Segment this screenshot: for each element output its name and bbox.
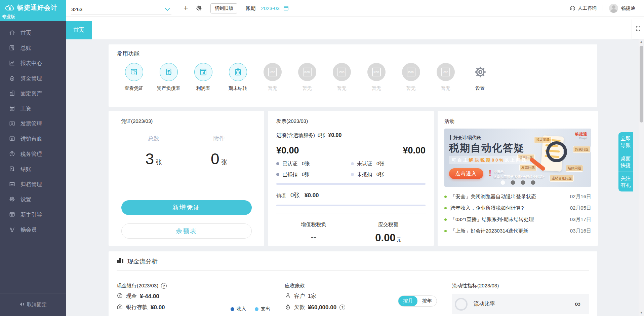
banner-cta-button[interactable]: 点击进入 — [449, 168, 483, 179]
output-progress-bar — [276, 205, 426, 206]
carousel-dot[interactable] — [511, 180, 515, 185]
account-select[interactable]: 3263 — [71, 2, 171, 14]
scroll-up-icon[interactable]: ▲ — [640, 39, 643, 45]
scrollbar-thumb[interactable] — [640, 46, 643, 122]
qf-period-carryover[interactable]: 期末结转 — [220, 63, 255, 92]
tab-strip: 首页 — [66, 17, 644, 39]
sidebar-item-home[interactable]: 首页 — [0, 26, 66, 41]
scroll-down-icon[interactable]: ▼ — [640, 310, 643, 316]
input-invoice-label: 进项(含运输服务) — [276, 132, 315, 139]
qf-view-voucher[interactable]: 查看凭证 — [117, 63, 151, 92]
current-ratio-value: ∞ — [575, 299, 580, 309]
bullet-deducted: 已抵扣0张 — [276, 171, 351, 178]
sidebar-item-report-center[interactable]: 报表中心 — [0, 56, 66, 71]
archive-box-icon — [9, 181, 15, 189]
avatar — [609, 4, 618, 13]
qf-label: 暂无 — [372, 85, 381, 92]
user-menu[interactable]: 畅捷通 — [609, 4, 635, 13]
import-accounts-button[interactable]: 立即导账 — [618, 132, 633, 152]
scrollbar[interactable]: ▲ ▼ — [639, 39, 644, 316]
add-account-button[interactable]: + — [184, 4, 188, 12]
cash-row: 现金 ¥-44.00 — [117, 292, 167, 300]
period-value[interactable]: 2023-03 — [261, 5, 280, 11]
help-icon[interactable]: ? — [339, 305, 345, 310]
closing-book-icon — [9, 166, 15, 174]
ledger-icon — [9, 44, 15, 52]
user-name: 畅捷通 — [621, 5, 635, 11]
add-voucher-button[interactable]: 新增凭证 — [121, 200, 252, 215]
sidebar-item-fixed-assets[interactable]: 固定资产 — [0, 86, 66, 101]
voucher-attachment-stat: 附件 0张 — [187, 135, 252, 168]
invoice-icon — [9, 120, 15, 128]
support-link[interactable]: 人工咨询 — [569, 5, 597, 12]
voucher-card-title: 凭证(2023/03) — [121, 118, 252, 125]
bullet-icon — [444, 207, 447, 209]
sidebar-item-beginner-guide[interactable]: 新手引导 — [0, 207, 66, 222]
sidebar-item-payroll[interactable]: 工资 — [0, 101, 66, 116]
voucher-card: 凭证(2023/03) 总数 3张 附件 0张 新增凭证 余额表 — [109, 111, 264, 246]
sidebar-item-tax-mgmt[interactable]: 税务管理 — [0, 147, 66, 162]
support-label: 人工咨询 — [578, 5, 597, 11]
qf-label: 设置 — [476, 85, 485, 92]
sidebar-item-label: 畅会员 — [21, 226, 37, 234]
qf-empty-slot: icon 暂无 — [290, 63, 324, 92]
sidebar-item-funds[interactable]: 资金管理 — [0, 71, 66, 86]
desktop-shortcut-button[interactable]: 桌面快捷 — [618, 152, 633, 172]
sidebar-item-settings[interactable]: 设置 — [0, 192, 66, 207]
qf-label: 暂无 — [268, 85, 277, 92]
topbar-gear-icon[interactable] — [195, 5, 202, 12]
sidebar-item-invoice-mgmt[interactable]: 发票管理 — [0, 116, 66, 132]
stat-unit: 张 — [156, 159, 162, 166]
follow-gift-button[interactable]: 关注有礼 — [618, 172, 633, 191]
calendar-icon[interactable] — [283, 5, 289, 11]
toggle-by-year[interactable]: 按年 — [417, 296, 437, 306]
input-progress-bar — [276, 183, 426, 185]
qf-label: 利润表 — [196, 85, 210, 92]
sidebar-item-label: 设置 — [21, 196, 31, 203]
qf-label: 资产负债表 — [157, 85, 180, 92]
toggle-by-month[interactable]: 按月 — [398, 296, 417, 306]
unpin-sidebar-button[interactable]: 取消固定 — [0, 293, 66, 316]
sidebar: 畅捷通好会计 专业版 首页 总账 报表中心 资金管理 固 — [0, 0, 66, 316]
vat-burden: 增值税税负 -- — [276, 221, 351, 244]
banner-subtitle: 可自主解决税期80%以上问题 — [449, 156, 530, 164]
activity-card: 活动 畅捷通 Chanjet 报表问题 报税问题 建账问题 发票问题 结账问题 … — [438, 111, 598, 246]
banner-tagline: 好会计/易代账 — [450, 135, 481, 140]
carousel-dot[interactable] — [500, 180, 505, 185]
placeholder-icon: icon — [333, 63, 351, 81]
sidebar-item-general-ledger[interactable]: 总账 — [0, 41, 66, 56]
activity-item[interactable]: 「0321直播」结账系列-期末结转处理 03月17日 — [444, 214, 591, 225]
headset-icon — [569, 5, 576, 12]
qf-label: 暂无 — [303, 85, 312, 92]
sidebar-item-closing[interactable]: 结账 — [0, 162, 66, 177]
sidebar-item-label: 税务管理 — [21, 151, 42, 158]
tab-home[interactable]: 首页 — [66, 21, 92, 39]
activity-item[interactable]: 「安全」关闭浏览器自动退出登录状态 02月16日 — [444, 191, 591, 202]
qf-balance-sheet[interactable]: 资产负债表 — [151, 63, 186, 92]
stat-value: 0 — [211, 150, 219, 168]
profit-chart-icon — [194, 63, 212, 81]
bullet-undeducted: 未抵扣0张 — [351, 171, 426, 178]
activity-item[interactable]: 跨年收入，企业所得税如何计算? 02月05日 — [444, 202, 591, 214]
liquidity-column: 流动性指标(2023/03) 流动比率 ∞ — [444, 283, 589, 314]
certified-amount: ¥0.00 — [276, 145, 299, 156]
stat-label: 总数 — [121, 135, 187, 142]
qf-settings[interactable]: 设置 — [463, 63, 497, 92]
help-icon[interactable]: ? — [161, 283, 167, 289]
activity-item[interactable]: 「上新」好会计20230314迭代更新 03月16日 — [444, 225, 591, 237]
sidebar-item-membership[interactable]: 畅会员 — [0, 222, 66, 238]
balance-table-button[interactable]: 余额表 — [121, 223, 252, 239]
bank-icon — [117, 304, 123, 311]
qf-profit-statement[interactable]: 利润表 — [186, 63, 220, 92]
balance-sheet-icon — [160, 63, 178, 81]
logo-subtitle: 专业版 — [2, 14, 15, 20]
switch-old-version-button[interactable]: 切到旧版 — [210, 3, 237, 13]
carousel-dot[interactable] — [521, 180, 525, 185]
sidebar-item-label: 固定资产 — [21, 90, 42, 97]
activity-banner[interactable]: 畅捷通 Chanjet 报表问题 报税问题 建账问题 发票问题 结账问题 进销台… — [444, 129, 591, 187]
sidebar-item-purchase-sales[interactable]: 进销台账 — [0, 132, 66, 147]
sidebar-item-archive[interactable]: 归档管理 — [0, 177, 66, 192]
cash-bank-title: 现金银行(2023/03) — [117, 283, 158, 289]
carousel-dot[interactable] — [531, 180, 535, 185]
fullscreen-button[interactable] — [632, 19, 644, 39]
